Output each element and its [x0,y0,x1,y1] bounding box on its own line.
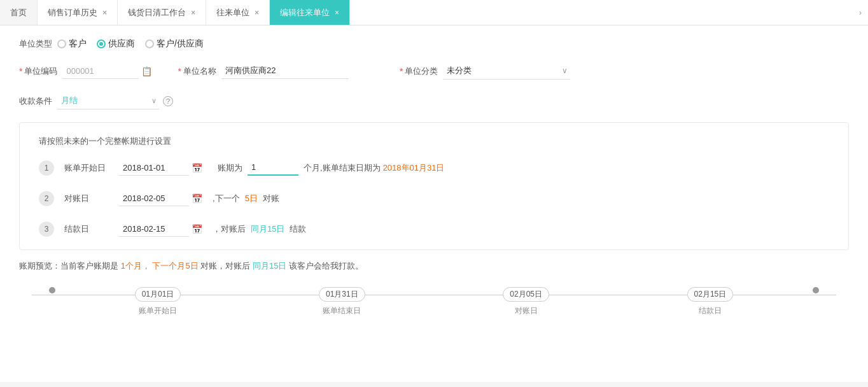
unit-code-group: * 单位编码 📋 [19,64,152,79]
main-content: 单位类型 客户 供应商 客户/供应商 * 单位编码 [0,25,868,382]
tab-edit-partner-close[interactable]: × [335,9,339,17]
unit-name-group: * 单位名称 [178,64,348,79]
unit-info-row: * 单位编码 📋 * 单位名称 * 单位分类 未分类 ∨ [19,62,849,80]
unit-code-input[interactable] [62,64,139,79]
timeline-node-feb05: 02月05日 对账日 [434,287,618,316]
radio-customer-circle [57,39,66,48]
unit-category-star: * [400,66,403,76]
tab-cash-work-close[interactable]: × [191,9,195,17]
payment-terms-arrow-icon: ∨ [149,97,159,105]
timeline-dot-start [49,287,55,293]
tab-bar: 首页 销售订单历史 × 钱货日清工作台 × 往来单位 × 编辑往来单位 × › [0,0,868,25]
unit-category-dropdown[interactable]: 未分类 ∨ [443,62,570,80]
radio-supplier[interactable]: 供应商 [97,38,135,50]
unit-type-group: 单位类型 客户 供应商 客户/供应商 [19,38,204,50]
payment-terms-select[interactable]: 月结 ∨ [57,92,159,109]
timeline-label-jan31: 账单结束日 [323,306,361,316]
timeline-badge-jan31: 01月31日 [319,287,365,302]
payment-terms-value: 月结 [57,92,149,109]
unit-category-value: 未分类 [443,62,559,79]
reconcile-date-input[interactable] [119,191,189,206]
unit-category-arrow-icon: ∨ [559,66,570,75]
timeline-wrapper: 01月01日 账单开始日 01月31日 账单结束日 02月05日 对账日 02月… [19,287,849,335]
radio-supplier-circle [97,39,106,48]
tab-home-label: 首页 [10,7,27,18]
timeline-node-end [802,287,830,313]
preview-part5: 该客户会给我打款。 [289,261,363,271]
timeline-node-jan31: 01月31日 账单结束日 [250,287,434,316]
tab-home[interactable]: 首页 [0,0,38,25]
settings-row-3: 3 结款日 📅 ，对账后 同月15日 结款 [39,222,829,237]
start-date-calendar-icon[interactable]: 📅 [192,163,202,173]
settings-num-2: 2 [39,191,54,206]
settings-row-2: 2 对账日 📅 ,下一个 5日 对账 [39,191,829,206]
settings-num-1: 1 [39,160,54,176]
payment-terms-label: 收款条件 [19,95,52,107]
tab-cash-work[interactable]: 钱货日清工作台 × [118,0,206,25]
radio-supplier-label: 供应商 [108,38,135,50]
unit-code-copy-icon[interactable]: 📋 [141,66,152,76]
period-input[interactable] [248,160,298,176]
unit-name-star: * [178,66,181,76]
tab-cash-work-label: 钱货日清工作台 [128,7,186,18]
reconcile-highlight: 5日 [245,193,258,204]
reconcile-desc-after: 对账 [263,193,279,204]
unit-name-label: 单位名称 [183,66,216,77]
unit-type-row: 单位类型 客户 供应商 客户/供应商 [19,38,849,50]
radio-group: 客户 供应商 客户/供应商 [57,38,204,50]
tab-partner-label: 往来单位 [216,7,249,18]
timeline: 01月01日 账单开始日 01月31日 账单结束日 02月05日 对账日 02月… [32,287,836,316]
timeline-badge-feb15: 02月15日 [687,287,734,302]
payment-highlight: 同月15日 [251,223,284,235]
timeline-label-jan01: 账单开始日 [139,306,177,316]
payment-desc-before: ，对账后 [213,223,246,235]
unit-code-star: * [19,66,22,76]
timeline-badge-jan01: 01月01日 [135,287,181,302]
radio-customer[interactable]: 客户 [57,38,87,50]
unit-code-label: 单位编码 [24,66,57,77]
tab-partner-close[interactable]: × [255,9,259,17]
tab-sales-history-close[interactable]: × [102,9,107,17]
settings-field-label-2: 对账日 [64,193,109,204]
tab-edit-partner[interactable]: 编辑往来单位 × [270,0,350,25]
tab-edit-partner-label: 编辑往来单位 [280,7,330,18]
preview-part4: 同月15日 [253,261,286,271]
tab-sales-history-label: 销售订单历史 [48,7,97,18]
settings-num-3: 3 [39,222,54,237]
radio-both-label: 客户/供应商 [157,38,204,50]
timeline-label-feb15: 结款日 [699,306,722,316]
unit-name-input[interactable] [221,64,349,79]
radio-customer-label: 客户 [69,38,87,50]
start-date-input[interactable] [119,160,189,176]
reconcile-desc-before: ,下一个 [213,193,240,204]
timeline-label-feb05: 对账日 [515,306,538,316]
radio-both[interactable]: 客户/供应商 [145,38,204,50]
payment-terms-group: 收款条件 月结 ∨ ? [19,92,173,109]
preview-part1: 1个月， [121,261,150,271]
preview-part3: 对账，对账后 [200,261,250,271]
reconcile-date-calendar-icon[interactable]: 📅 [192,194,202,204]
preview-label: 账期预览：当前客户账期是 [19,261,118,271]
unit-type-label: 单位类型 [19,38,52,50]
period-label: 账期为 [218,162,242,174]
settings-box: 请按照未来的一个完整帐期进行设置 1 账单开始日 📅 账期为 个月,账单结束日期… [19,122,849,250]
timeline-badge-feb05: 02月05日 [503,287,549,302]
preview-part2: 下一个月5日 [152,261,198,271]
unit-category-group: * 单位分类 未分类 ∨ [400,62,570,80]
preview-section: 账期预览：当前客户账期是 1个月， 下一个月5日 对账，对账后 同月15日 该客… [19,250,849,335]
settings-field-label-1: 账单开始日 [64,162,109,174]
radio-both-circle [145,39,154,48]
tab-scroll-arrow[interactable]: › [853,8,868,17]
payment-terms-row: 收款条件 月结 ∨ ? [19,92,849,109]
tab-partner[interactable]: 往来单位 × [206,0,270,25]
payment-terms-help-icon[interactable]: ? [163,96,173,106]
payment-desc-after: 结款 [290,223,306,235]
settings-intro: 请按照未来的一个完整帐期进行设置 [39,136,829,147]
payment-date-calendar-icon[interactable]: 📅 [192,224,202,234]
payment-date-input[interactable] [119,222,189,237]
settings-row-1: 1 账单开始日 📅 账期为 个月,账单结束日期为 2018年01月31日 [39,160,829,176]
tab-sales-history[interactable]: 销售订单历史 × [38,0,118,25]
preview-text: 账期预览：当前客户账期是 1个月， 下一个月5日 对账，对账后 同月15日 该客… [19,260,849,272]
period-unit-label: 个月,账单结束日期为 [304,162,381,174]
timeline-node-start [38,287,66,313]
